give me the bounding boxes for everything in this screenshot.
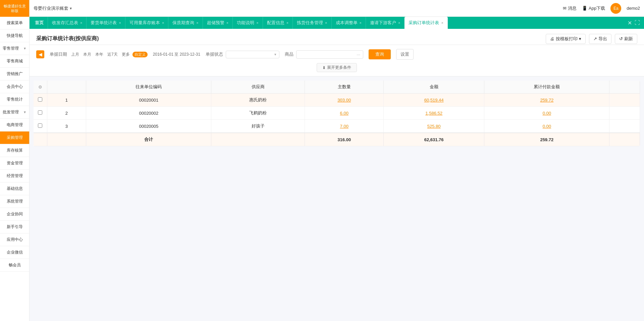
- tab-close-9[interactable]: ×: [360, 21, 362, 25]
- this-year-shortcut[interactable]: 本年: [94, 51, 105, 58]
- mobile-icon: 📱: [582, 6, 587, 11]
- sidebar-item-label-14: 系统管理: [7, 199, 23, 204]
- message-button[interactable]: ✉ 消息: [563, 5, 577, 11]
- tab-close-3[interactable]: ×: [162, 21, 164, 25]
- sidebar-item-0[interactable]: 搜索菜单: [0, 17, 29, 30]
- sidebar-item-9[interactable]: 采购管理: [0, 131, 29, 144]
- row-checkbox-2[interactable]: [38, 123, 42, 128]
- tab-close-8[interactable]: ×: [325, 21, 327, 25]
- avatar[interactable]: Ea: [610, 3, 621, 14]
- sidebar-item-18[interactable]: 企业微信: [0, 246, 29, 259]
- sidebar-item-label-3: 零售商城: [7, 58, 23, 64]
- sidebar-item-13[interactable]: 基础信息: [0, 182, 29, 195]
- tab-close-10[interactable]: ×: [398, 21, 400, 25]
- sidebar-item-5[interactable]: 会员中心: [0, 81, 29, 93]
- tab-close-all-icon[interactable]: ✕: [628, 20, 632, 26]
- sidebar-arrow-2: ▼: [23, 47, 26, 50]
- tab-item-6[interactable]: 功能说明×: [233, 17, 263, 29]
- td-check-0[interactable]: [34, 94, 47, 107]
- th-index: [47, 81, 86, 94]
- app-download-button[interactable]: 📱 App下载: [582, 5, 605, 11]
- more-shortcut[interactable]: 更多: [120, 51, 131, 58]
- goods-input[interactable]: ···: [296, 50, 363, 59]
- settings-button[interactable]: 设置: [396, 49, 414, 60]
- tab-fullscreen-icon[interactable]: ⛶: [635, 20, 640, 26]
- sidebar-item-6[interactable]: 零售统计: [0, 93, 29, 106]
- td-extra-2: [609, 120, 640, 133]
- tab-close-11[interactable]: ×: [441, 21, 443, 25]
- 7days-shortcut[interactable]: 近7天: [106, 51, 119, 58]
- th-qty: 主数量: [305, 81, 384, 94]
- tab-item-0[interactable]: 首页: [31, 17, 48, 29]
- sidebar-item-7[interactable]: 批发管理▼: [0, 106, 29, 119]
- row-checkbox-1[interactable]: [38, 110, 42, 115]
- query-button[interactable]: 查询: [369, 49, 391, 59]
- sidebar-item-10[interactable]: 库存核算: [0, 144, 29, 157]
- sidebar-item-label-11: 资金管理: [7, 160, 23, 166]
- tab-close-4[interactable]: ×: [196, 21, 198, 25]
- td-qty-1: 6.00: [305, 107, 384, 120]
- tab-item-9[interactable]: 成本调整单×: [332, 17, 366, 29]
- sidebar-item-label-10: 库存核算: [7, 148, 23, 153]
- date-filter-group: 单据日期 上月 本月 本年 近7天 更多 自定义: [50, 51, 148, 58]
- sidebar-item-label-6: 零售统计: [7, 97, 23, 102]
- tab-close-7[interactable]: ×: [286, 21, 288, 25]
- tab-item-10[interactable]: 邀请下游客户×: [366, 17, 405, 29]
- tab-close-1[interactable]: ×: [80, 21, 82, 25]
- sidebar-item-4[interactable]: 营销推广: [0, 68, 29, 81]
- th-settings[interactable]: ⚙: [34, 81, 47, 94]
- sidebar-item-16[interactable]: 新手引导: [0, 221, 29, 233]
- tab-label-1: 收发存汇总表: [52, 20, 78, 26]
- td-check-2[interactable]: [34, 120, 47, 133]
- workspace-dropdown-arrow[interactable]: ▾: [70, 6, 72, 11]
- tab-item-7[interactable]: 配置信息×: [263, 17, 293, 29]
- print-dropdown-arrow: ▾: [579, 36, 581, 41]
- sidebar-item-1[interactable]: 快捷导航: [0, 30, 29, 42]
- data-table: ⚙ 往来单位编码 供应商 主数量 金额 累计付款金额 1 00020001 惠氏…: [34, 81, 640, 146]
- sidebar-item-label-2: 零售管理: [3, 46, 19, 51]
- tab-close-5[interactable]: ×: [226, 21, 228, 25]
- tab-label-9: 成本调整单: [336, 20, 358, 26]
- this-month-shortcut[interactable]: 本月: [82, 51, 93, 58]
- goods-input-more-icon: ···: [357, 52, 360, 57]
- row-checkbox-0[interactable]: [38, 97, 42, 102]
- sidebar-item-17[interactable]: 应用中心: [0, 233, 29, 246]
- username[interactable]: demo2: [627, 6, 640, 11]
- export-button[interactable]: ↗ 导出: [589, 34, 611, 44]
- td-amount-2: 525.80: [384, 120, 484, 133]
- expand-more-button[interactable]: ⬇ 展开更多条件: [317, 63, 357, 72]
- status-select[interactable]: ▾: [226, 51, 279, 58]
- sidebar-item-3[interactable]: 零售商城: [0, 55, 29, 68]
- refresh-button[interactable]: ↺ 刷新: [615, 34, 637, 44]
- tab-close-2[interactable]: ×: [119, 21, 121, 25]
- table-header-row: ⚙ 往来单位编码 供应商 主数量 金额 累计付款金额: [34, 81, 640, 94]
- sidebar-item-11[interactable]: 资金管理: [0, 157, 29, 170]
- tab-item-5[interactable]: 超储预警×: [203, 17, 233, 29]
- sidebar-item-label-8: 电商管理: [7, 122, 23, 128]
- status-select-arrow: ▾: [274, 52, 276, 57]
- sidebar-item-14[interactable]: 系统管理: [0, 195, 29, 208]
- sidebar-item-19[interactable]: 畅会员: [0, 259, 29, 272]
- filter-collapse-button[interactable]: ◀: [36, 50, 44, 58]
- custom-date-badge[interactable]: 自定义: [132, 52, 148, 57]
- prev-month-shortcut[interactable]: 上月: [70, 51, 80, 58]
- sidebar-item-2[interactable]: 零售管理▼: [0, 42, 29, 55]
- tab-item-8[interactable]: 拣货任务管理×: [293, 17, 331, 29]
- sidebar-item-12[interactable]: 经营管理: [0, 170, 29, 182]
- print-button[interactable]: 🖨 按模板打印 ▾: [546, 34, 586, 44]
- top-bar: 母婴行业演示账套 ▾ ✉ 消息 📱 App下载 Ea demo2: [30, 0, 644, 17]
- sidebar-item-label-7: 批发管理: [3, 109, 19, 115]
- table-row: 3 00020005 好孩子 7.00 525.80 0.00: [34, 120, 640, 133]
- sidebar-item-15[interactable]: 企业协同: [0, 208, 29, 221]
- tab-close-6[interactable]: ×: [256, 21, 258, 25]
- tab-item-3[interactable]: 可用量库存账本×: [125, 17, 168, 29]
- tab-item-1[interactable]: 收发存汇总表×: [48, 17, 87, 29]
- tab-item-11[interactable]: 采购订单统计表×: [405, 17, 447, 29]
- td-amount-1: 1,586.52: [384, 107, 484, 120]
- sidebar-item-label-18: 企业微信: [7, 250, 23, 255]
- th-extra: [609, 81, 640, 94]
- tab-item-2[interactable]: 要货单统计表×: [87, 17, 125, 29]
- td-check-1[interactable]: [34, 107, 47, 120]
- tab-item-4[interactable]: 保质期查询×: [168, 17, 203, 29]
- sidebar-item-8[interactable]: 电商管理: [0, 119, 29, 131]
